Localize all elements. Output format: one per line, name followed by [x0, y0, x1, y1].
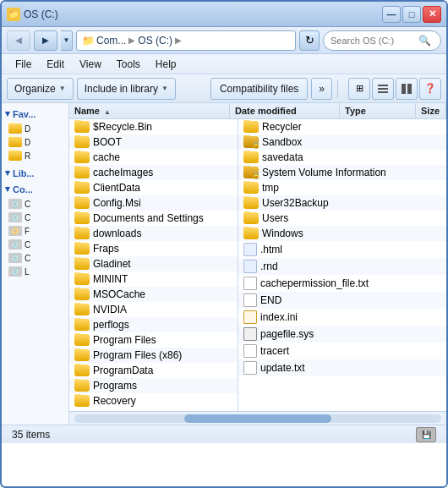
file-row[interactable]: tmp	[238, 180, 446, 195]
file-name-cache: cache	[69, 151, 230, 164]
col-header-size[interactable]: Size	[416, 103, 446, 118]
file-row[interactable]: 🔒 System Volume Information	[238, 165, 446, 180]
view-grid-button[interactable]: ⊞	[348, 78, 370, 100]
file-row[interactable]: tracert	[238, 343, 446, 359]
file-row[interactable]: ProgramData	[69, 363, 238, 378]
sidebar-drive-c2[interactable]: 💿 C	[5, 211, 65, 224]
maximize-button[interactable]: □	[402, 6, 421, 23]
view-list-button[interactable]	[372, 78, 394, 100]
horizontal-scrollbar[interactable]	[69, 411, 446, 425]
file-row[interactable]: Users	[238, 211, 446, 226]
menu-help[interactable]: Help	[149, 57, 183, 72]
file-row[interactable]: Programs	[69, 378, 238, 393]
file-row[interactable]: 🔒 Sandbox	[238, 134, 446, 150]
file-row[interactable]: cachepermission_file.txt	[238, 275, 446, 292]
history-dropdown[interactable]: ▼	[61, 30, 73, 51]
file-row[interactable]: update.txt	[238, 359, 446, 376]
file-row[interactable]: .html	[238, 241, 446, 258]
sidebar-drive-c3[interactable]: 💿 C	[5, 238, 65, 251]
sidebar-drive-f[interactable]: 📀 F	[5, 224, 65, 238]
file-row[interactable]: Program Files (x86)	[69, 348, 238, 363]
file-row[interactable]: Documents and Settings	[69, 211, 238, 226]
file-row[interactable]: NVIDIA	[69, 302, 238, 317]
folder-icon-boot	[74, 136, 90, 148]
include-library-button[interactable]: Include in library ▼	[77, 78, 176, 100]
sidebar-computer-header[interactable]: ▾ Co...	[5, 184, 65, 195]
left-file-column: $Recycle.Bin BOOT cache	[69, 119, 238, 411]
file-row[interactable]: perflogs	[69, 317, 238, 332]
file-row[interactable]: downloads	[69, 226, 238, 241]
col-header-type[interactable]: Type	[340, 103, 416, 118]
file-row[interactable]: Fraps	[69, 241, 238, 256]
col-header-date[interactable]: Date modified	[230, 103, 340, 118]
file-row[interactable]: savedata	[238, 150, 446, 165]
folder-icon-configmsi	[74, 197, 90, 209]
folder-icon-programfilesx86	[74, 349, 90, 361]
file-row[interactable]: BOOT	[69, 134, 238, 150]
more-button[interactable]: »	[311, 78, 332, 100]
menu-file[interactable]: File	[8, 57, 38, 72]
search-box[interactable]: 🔍	[323, 30, 441, 51]
file-row[interactable]: Recovery	[69, 393, 238, 408]
folder-icon-minint	[74, 273, 90, 285]
col-header-name[interactable]: Name ▲	[69, 103, 230, 118]
minimize-button[interactable]: —	[382, 6, 401, 23]
close-button[interactable]: ✕	[423, 6, 441, 23]
file-row[interactable]: MININT	[69, 271, 238, 287]
folder-icon-clientdata	[74, 182, 90, 194]
menu-edit[interactable]: Edit	[40, 57, 71, 72]
sidebar-drive-c4[interactable]: 💿 C	[5, 251, 65, 265]
back-button[interactable]: ◄	[7, 30, 30, 51]
address-bar: ◄ ► ▼ 📁 Com... ▶ OS (C:) ▶ ↻ 🔍	[2, 27, 446, 54]
file-name-sysvolinfo: 🔒 System Volume Information	[238, 166, 399, 179]
lock-icon2: 🔒	[252, 172, 260, 179]
organize-button[interactable]: Organize ▼	[7, 78, 74, 100]
drive-icon6: 💿	[8, 266, 22, 277]
collapse-icon2: ▾	[5, 167, 10, 178]
file-row[interactable]: cacheImages	[69, 165, 238, 180]
file-row[interactable]: ClientData	[69, 180, 238, 195]
menu-bar: File Edit View Tools Help	[2, 54, 446, 74]
file-row[interactable]: User32Backup	[238, 195, 446, 211]
folder-icon-nvidia	[74, 304, 90, 315]
file-row[interactable]: Config.Msi	[69, 195, 238, 211]
help-button[interactable]: ❓	[419, 78, 441, 100]
sidebar-item-r[interactable]: R	[5, 149, 65, 162]
file-row[interactable]: MSOCache	[69, 287, 238, 302]
sidebar-item-d2[interactable]: D	[5, 135, 65, 149]
sidebar-favorites-header[interactable]: ▾ Fav...	[5, 108, 65, 119]
refresh-button[interactable]: ↻	[299, 30, 320, 51]
file-icon-html	[243, 243, 257, 256]
toolbar: Organize ▼ Include in library ▼ Compatib…	[2, 74, 446, 103]
sidebar-libraries-header[interactable]: ▾ Lib...	[5, 167, 65, 178]
view-pane-button[interactable]	[396, 78, 418, 100]
sidebar-item-d1[interactable]: D	[5, 122, 65, 135]
file-row[interactable]: Windows	[238, 226, 446, 241]
sidebar-drive-l[interactable]: 💿 L	[5, 265, 65, 278]
file-row[interactable]: .rnd	[238, 258, 446, 275]
folder-icon	[8, 137, 22, 147]
menu-view[interactable]: View	[73, 57, 108, 72]
file-row[interactable]: Gladinet	[69, 256, 238, 271]
forward-button[interactable]: ►	[34, 30, 57, 51]
file-name-user32backup: User32Backup	[238, 196, 399, 210]
file-row[interactable]: cache	[69, 150, 238, 165]
file-name-perflogs: perflogs	[69, 318, 230, 332]
address-path[interactable]: 📁 Com... ▶ OS (C:) ▶	[76, 30, 296, 51]
file-row[interactable]: index.ini	[238, 309, 446, 326]
sidebar-drive-c1[interactable]: 💿 C	[5, 197, 65, 211]
path-segment-1: 📁 Com...	[82, 35, 126, 47]
file-row[interactable]: Program Files	[69, 332, 238, 348]
file-name-programfiles: Program Files	[69, 333, 230, 347]
search-icon: 🔍	[418, 35, 431, 47]
search-input[interactable]	[331, 36, 415, 46]
file-row[interactable]: END	[238, 292, 446, 309]
file-name-updatetxt: update.txt	[238, 360, 399, 376]
toolbar-view-buttons: ⊞ ❓	[348, 78, 441, 100]
file-row[interactable]: Recycler	[238, 119, 446, 134]
main-content: ▾ Fav... D D R ▾ Lib... ▾	[2, 103, 446, 425]
compatibility-files-button[interactable]: Compatibility files	[210, 78, 308, 100]
menu-tools[interactable]: Tools	[110, 57, 147, 72]
file-row[interactable]: pagefile.sys	[238, 326, 446, 343]
file-row[interactable]: $Recycle.Bin	[69, 119, 238, 134]
